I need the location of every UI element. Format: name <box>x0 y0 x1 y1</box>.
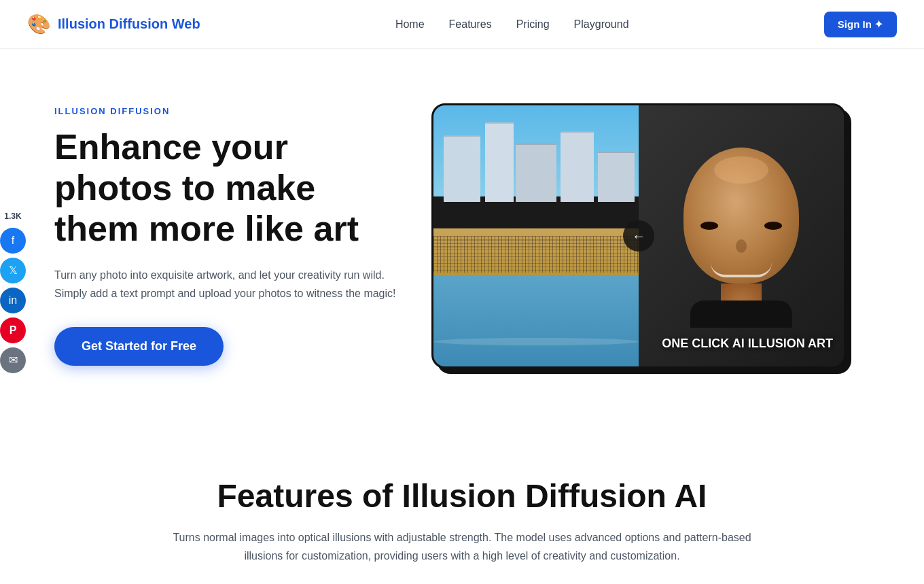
features-description: Turns normal images into optical illusio… <box>156 528 768 565</box>
hero-face-side <box>639 105 844 366</box>
features-title: Features of Illusion Diffusion AI <box>27 477 897 515</box>
twitter-share-button[interactable]: 𝕏 <box>0 258 26 284</box>
linkedin-share-button[interactable]: in <box>0 288 26 313</box>
nav-playground[interactable]: Playground <box>574 18 629 30</box>
cta-button[interactable]: Get Started for Free <box>54 327 224 366</box>
social-sidebar: 1.3K f 𝕏 in P ✉ <box>0 205 26 380</box>
navbar: 🎨 Illusion Diffusion Web Home Features P… <box>0 0 924 49</box>
overlay-text: ONE CLICK AI ILLUSION ART <box>662 336 833 351</box>
brand-logo[interactable]: 🎨 Illusion Diffusion Web <box>27 13 200 35</box>
split-arrow-icon: ← <box>623 220 654 252</box>
email-share-button[interactable]: ✉ <box>0 347 26 373</box>
nav-home[interactable]: Home <box>395 18 425 30</box>
hero-section: ILLUSION DIFFUSION Enhance your photos t… <box>0 49 924 423</box>
beach-crowd <box>433 236 639 273</box>
overlay-line2: AI ILLUSION ART <box>732 337 833 350</box>
hero-image-area: ← ONE CLICK AI ILLUSION ART <box>408 103 870 368</box>
overlay-line1: ONE CLICK <box>662 337 729 350</box>
signin-button[interactable]: Sign In ✦ <box>824 12 897 37</box>
share-count: 1.3K <box>4 211 21 221</box>
facebook-share-button[interactable]: f <box>0 228 26 254</box>
hero-description: Turn any photo into exquisite artwork, a… <box>54 266 408 303</box>
hero-image-container: ← ONE CLICK AI ILLUSION ART <box>431 103 846 368</box>
hero-eyebrow: ILLUSION DIFFUSION <box>54 106 408 116</box>
brand-icon: 🎨 <box>27 13 51 35</box>
nav-links: Home Features Pricing Playground <box>395 18 629 31</box>
hero-content: ILLUSION DIFFUSION Enhance your photos t… <box>54 106 408 366</box>
pinterest-share-button[interactable]: P <box>0 317 26 343</box>
hero-beach-side <box>433 105 639 366</box>
features-section: Features of Illusion Diffusion AI Turns … <box>0 423 924 584</box>
beach-water <box>433 262 639 366</box>
hero-title: Enhance your photos to make them more li… <box>54 127 408 249</box>
brand-name: Illusion Diffusion Web <box>58 16 200 32</box>
nav-features[interactable]: Features <box>449 18 492 30</box>
nav-pricing[interactable]: Pricing <box>516 18 550 30</box>
